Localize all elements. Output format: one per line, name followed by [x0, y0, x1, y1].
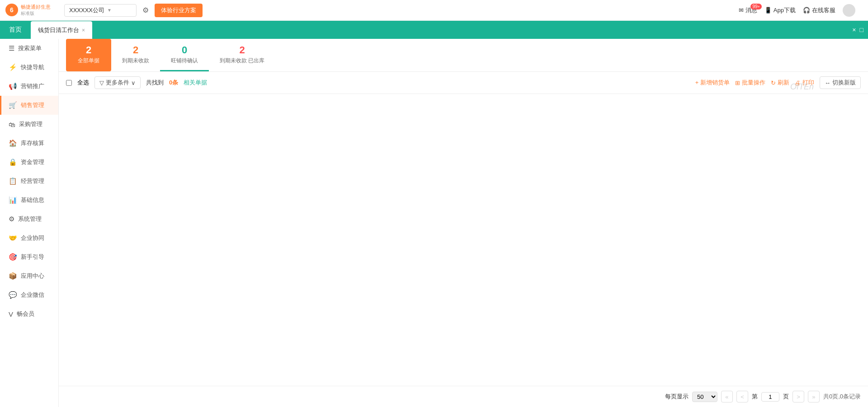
- stat-tab-pending[interactable]: 0 旺铺待确认: [160, 39, 209, 71]
- user-avatar[interactable]: [843, 4, 855, 17]
- sidebar-label-inventory: 库存核算: [21, 139, 44, 147]
- filter-arrow-icon: ∨: [131, 80, 136, 86]
- stat-label-overdue: 到期未收款: [122, 57, 149, 65]
- message-badge: 99+: [750, 4, 761, 9]
- select-all-checkbox[interactable]: [66, 80, 72, 86]
- stat-tab-overdue[interactable]: 2 到期未收款: [111, 39, 160, 71]
- main-layout: ☰ 搜索菜单 ⚡ 快捷导航 📢 营销推广 🛒 销售管理 🛍 采购管理 🏠 库存核…: [0, 39, 868, 407]
- tab-qianhuoqingong[interactable]: 钱货日清工作台 ×: [31, 21, 92, 39]
- trial-button[interactable]: 体验行业方案: [155, 4, 203, 17]
- member-icon: V: [9, 310, 13, 318]
- stat-label-all: 全部单据: [78, 57, 99, 65]
- prev-page-button[interactable]: <: [736, 391, 748, 402]
- found-prefix: 共找到: [146, 79, 164, 87]
- sidebar-item-marketing[interactable]: 📢 营销推广: [0, 77, 58, 96]
- sidebar-item-enterprise[interactable]: 🤝 企业协同: [0, 229, 58, 248]
- content-area: 2 全部单据 2 到期未收款 0 旺铺待确认 2 到期未收款 已出库 全选 ▽ …: [59, 39, 868, 407]
- toolbar-right: + 新增销货单 ⊞ 批量操作 ↻ 刷新 🖨 打印 ↔ 切换新版: [695, 76, 861, 89]
- sidebar-item-sales[interactable]: 🛒 销售管理: [0, 96, 58, 115]
- sidebar-item-basic-info[interactable]: 📊 基础信息: [0, 191, 58, 210]
- refresh-icon: ↻: [771, 80, 776, 86]
- toolbar: 全选 ▽ 更多条件 ∨ 共找到 0条 相关单据 + 新增销货单 ⊞ 批量操作 ↻…: [59, 72, 868, 94]
- tab-home[interactable]: 首页: [0, 21, 31, 39]
- total-records: 共0页,0条记录: [823, 393, 861, 401]
- stat-label-pending: 旺铺待确认: [171, 57, 198, 65]
- tab-close-icon[interactable]: ×: [82, 27, 85, 33]
- enterprise-icon: 🤝: [9, 234, 17, 242]
- pagination-bar: 每页显示 50 100 200 « < 第 页 > » 共0页,0条记录: [59, 386, 868, 407]
- refresh-button[interactable]: ↻ 刷新: [771, 79, 789, 87]
- sidebar: ☰ 搜索菜单 ⚡ 快捷导航 📢 营销推广 🛒 销售管理 🛍 采购管理 🏠 库存核…: [0, 39, 59, 407]
- maximize-icon[interactable]: □: [860, 26, 863, 33]
- more-filter-button[interactable]: ▽ 更多条件 ∨: [94, 76, 141, 89]
- sidebar-item-finance[interactable]: 🔒 资金管理: [0, 153, 58, 172]
- app-download-label: App下载: [774, 6, 796, 14]
- new-guide-icon: 🎯: [9, 253, 17, 261]
- sidebar-item-search-menu[interactable]: ☰ 搜索菜单: [0, 39, 58, 58]
- main-content-area: [59, 94, 868, 386]
- tab-bar: 首页 钱货日清工作台 × × □: [0, 21, 868, 39]
- sys-mgmt-icon: ⚙: [9, 215, 14, 223]
- settings-button[interactable]: ⚙: [138, 3, 153, 18]
- related-orders-link[interactable]: 相关单据: [184, 79, 207, 87]
- sidebar-item-app-center[interactable]: 📦 应用中心: [0, 267, 58, 285]
- print-label: 打印: [802, 79, 814, 87]
- app-version: 标准版: [21, 10, 51, 17]
- sales-icon: 🛒: [9, 101, 17, 109]
- top-header: 6 畅捷通好生意 标准版 XXXXXX公司 ▼ ⚙ 体验行业方案 ✉ 消息 99…: [0, 0, 868, 21]
- chevron-down-icon: ▼: [107, 8, 112, 13]
- current-page-input[interactable]: [761, 392, 779, 402]
- online-service-label: 在线客服: [812, 6, 835, 14]
- sidebar-item-purchase[interactable]: 🛍 采购管理: [0, 115, 58, 134]
- sidebar-label-marketing: 营销推广: [21, 82, 44, 90]
- next-page-button[interactable]: >: [793, 391, 804, 402]
- switch-label: 切换新版: [832, 79, 856, 87]
- sidebar-label-search-menu: 搜索菜单: [18, 44, 42, 52]
- sidebar-item-wechat[interactable]: 💬 企业微信: [0, 285, 58, 304]
- sidebar-label-basic-info: 基础信息: [21, 196, 44, 204]
- switch-icon: ↔: [825, 80, 830, 86]
- page-size-select[interactable]: 50 100 200: [692, 392, 717, 402]
- sidebar-item-operations[interactable]: 📋 经营管理: [0, 172, 58, 191]
- operations-icon: 📋: [9, 177, 17, 185]
- sidebar-label-sys-mgmt: 系统管理: [18, 215, 42, 223]
- switch-new-version-button[interactable]: ↔ 切换新版: [820, 76, 861, 89]
- sidebar-label-purchase: 采购管理: [19, 120, 42, 128]
- select-all-label: 全选: [77, 79, 89, 87]
- stat-tab-all[interactable]: 2 全部单据: [66, 39, 111, 71]
- filter-label: 更多条件: [106, 79, 129, 87]
- batch-icon: ⊞: [735, 80, 740, 86]
- close-window-icon[interactable]: ×: [852, 26, 856, 33]
- app-download-button[interactable]: 📱 App下载: [764, 6, 796, 14]
- logo-area: 6 畅捷通好生意 标准版: [5, 4, 64, 16]
- sidebar-label-new-guide: 新手引导: [21, 253, 44, 261]
- sidebar-label-app-center: 应用中心: [21, 272, 44, 280]
- found-count: 0条: [169, 79, 178, 87]
- app-center-icon: 📦: [9, 272, 17, 280]
- finance-icon: 🔒: [9, 158, 17, 166]
- first-page-button[interactable]: «: [721, 391, 733, 402]
- stat-tab-overdue-out[interactable]: 2 到期未收款 已出库: [209, 39, 275, 71]
- company-name: XXXXXX公司: [69, 6, 104, 14]
- page-suffix: 页: [783, 393, 789, 401]
- sidebar-label-member: 畅会员: [17, 310, 34, 318]
- company-selector[interactable]: XXXXXX公司 ▼: [64, 4, 137, 17]
- sidebar-item-sys-mgmt[interactable]: ⚙ 系统管理: [0, 210, 58, 229]
- message-button[interactable]: ✉ 消息 99+: [739, 6, 757, 14]
- sidebar-item-new-guide[interactable]: 🎯 新手引导: [0, 248, 58, 267]
- online-service-button[interactable]: 🎧 在线客服: [803, 6, 835, 14]
- last-page-button[interactable]: »: [808, 391, 820, 402]
- sidebar-label-enterprise: 企业协同: [21, 234, 44, 242]
- batch-label: 批量操作: [742, 79, 765, 87]
- sidebar-item-quick-nav[interactable]: ⚡ 快捷导航: [0, 58, 58, 77]
- stat-num-pending: 0: [182, 44, 187, 56]
- new-sales-order-button[interactable]: + 新增销货单: [695, 79, 730, 87]
- batch-operation-button[interactable]: ⊞ 批量操作: [735, 79, 765, 87]
- marketing-icon: 📢: [9, 82, 17, 90]
- print-button[interactable]: 🖨 打印: [795, 79, 814, 87]
- filter-icon: ▽: [99, 80, 104, 86]
- sidebar-label-quick-nav: 快捷导航: [21, 63, 44, 71]
- sidebar-item-member[interactable]: V 畅会员: [0, 304, 58, 323]
- sidebar-label-sales: 销售管理: [21, 101, 44, 109]
- sidebar-item-inventory[interactable]: 🏠 库存核算: [0, 134, 58, 153]
